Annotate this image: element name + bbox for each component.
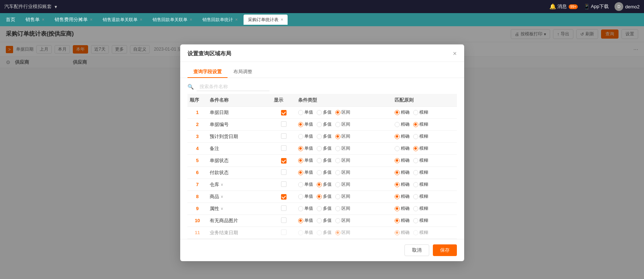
radio-exact[interactable]: 精确 (395, 205, 410, 212)
display-checkbox[interactable] (281, 217, 287, 223)
modal-close-button[interactable]: × (453, 50, 457, 57)
radio-fuzzy[interactable]: 模糊 (413, 169, 428, 176)
radio-fuzzy[interactable]: 模糊 (413, 157, 428, 164)
radio-range[interactable]: 区间 (335, 169, 350, 176)
radio-fuzzy[interactable]: 模糊 (413, 145, 428, 152)
display-checkbox[interactable] (281, 121, 287, 127)
dropdown-arrow-icon[interactable]: ∨ (221, 207, 223, 211)
radio-single[interactable]: 单值 (298, 169, 313, 176)
radio-range[interactable]: 区间 (335, 133, 350, 140)
radio-exact[interactable]: 精确 (395, 157, 410, 164)
app-title-dropdown-icon[interactable]: ▾ (55, 4, 57, 9)
radio-exact[interactable]: 精确 (395, 121, 410, 127)
display-checkbox[interactable] (281, 169, 287, 175)
tab-sales-expense-close[interactable]: × (90, 17, 92, 22)
cell-display[interactable] (272, 215, 296, 227)
dropdown-arrow-icon[interactable]: ∨ (221, 194, 223, 199)
radio-multi[interactable]: 多值 (317, 121, 332, 127)
cell-display[interactable] (272, 227, 296, 239)
radio-fuzzy[interactable]: 模糊 (413, 181, 428, 188)
dropdown-arrow-icon[interactable]: ∨ (221, 182, 223, 186)
radio-single[interactable]: 单值 (298, 217, 313, 224)
cell-display[interactable] (272, 166, 296, 178)
radio-multi[interactable]: 多值 (317, 193, 332, 200)
display-checkbox[interactable] (281, 205, 287, 211)
tab-sales-stat[interactable]: 销售回款单统计 × (198, 15, 242, 25)
cell-display[interactable] (272, 130, 296, 142)
tab-sales-receipt[interactable]: 销售回款单关联单 × (148, 15, 197, 25)
radio-fuzzy[interactable]: 模糊 (413, 109, 428, 115)
radio-multi[interactable]: 多值 (317, 109, 332, 115)
radio-single[interactable]: 单值 (298, 109, 313, 115)
display-checkbox[interactable] (281, 194, 287, 200)
cell-display[interactable] (272, 178, 296, 190)
radio-exact[interactable]: 精确 (395, 217, 410, 224)
radio-range[interactable]: 区间 (335, 217, 350, 224)
radio-multi[interactable]: 多值 (317, 217, 332, 224)
radio-range[interactable]: 区间 (335, 229, 350, 236)
radio-fuzzy[interactable]: 模糊 (413, 217, 428, 224)
radio-fuzzy[interactable]: 模糊 (413, 121, 428, 127)
tab-purchase-stat[interactable]: 采购订单统计表 × (244, 15, 288, 25)
radio-fuzzy[interactable]: 模糊 (413, 193, 428, 200)
cell-display[interactable] (272, 118, 296, 130)
radio-range[interactable]: 区间 (335, 193, 350, 200)
tab-query-fields[interactable]: 查询字段设置 (187, 66, 228, 78)
radio-exact[interactable]: 精确 (395, 133, 410, 140)
radio-single[interactable]: 单值 (298, 229, 313, 236)
radio-single[interactable]: 单值 (298, 193, 313, 200)
radio-exact[interactable]: 精确 (395, 229, 410, 236)
radio-multi[interactable]: 多值 (317, 145, 332, 152)
tab-sales-stat-close[interactable]: × (235, 17, 238, 22)
display-checkbox[interactable] (281, 181, 287, 187)
display-checkbox[interactable] (281, 133, 287, 139)
radio-exact[interactable]: 精确 (395, 181, 410, 188)
radio-range[interactable]: 区间 (335, 109, 350, 115)
user-avatar[interactable]: D demo2 (615, 2, 640, 11)
radio-multi[interactable]: 多值 (317, 229, 332, 236)
radio-fuzzy[interactable]: 模糊 (413, 205, 428, 212)
radio-exact[interactable]: 精确 (395, 145, 410, 152)
tab-sales-expense[interactable]: 销售费用分摊单 × (50, 15, 97, 25)
display-checkbox[interactable] (281, 145, 287, 151)
tab-sales-order[interactable]: 销售单 × (21, 15, 49, 25)
radio-range[interactable]: 区间 (335, 145, 350, 152)
tab-purchase-stat-close[interactable]: × (281, 17, 283, 22)
radio-fuzzy[interactable]: 模糊 (413, 229, 428, 236)
message-icon[interactable]: 🔔 消息 99+ (549, 3, 578, 10)
radio-single[interactable]: 单值 (298, 133, 313, 140)
radio-multi[interactable]: 多值 (317, 157, 332, 164)
radio-single[interactable]: 单值 (298, 181, 313, 188)
radio-range[interactable]: 区间 (335, 205, 350, 212)
radio-multi[interactable]: 多值 (317, 169, 332, 176)
cell-display[interactable] (272, 142, 296, 154)
display-checkbox[interactable] (281, 158, 287, 164)
cell-display[interactable] (272, 203, 296, 215)
display-checkbox[interactable] (281, 110, 287, 115)
radio-range[interactable]: 区间 (335, 121, 350, 127)
radio-single[interactable]: 单值 (298, 205, 313, 212)
radio-exact[interactable]: 精确 (395, 109, 410, 115)
cell-display[interactable] (272, 154, 296, 166)
download-link[interactable]: 📱 App下载 (584, 3, 609, 10)
radio-exact[interactable]: 精确 (395, 193, 410, 200)
radio-single[interactable]: 单值 (298, 157, 313, 164)
tab-sales-order-close[interactable]: × (42, 17, 44, 22)
cell-display[interactable] (272, 106, 296, 118)
search-condition-input[interactable] (197, 82, 269, 91)
tab-home[interactable]: 首页 (1, 15, 20, 25)
tab-sales-refund[interactable]: 销售退款单关联单 × (98, 15, 147, 25)
cancel-button[interactable]: 取消 (404, 244, 429, 256)
tab-sales-receipt-close[interactable]: × (190, 17, 192, 22)
radio-single[interactable]: 单值 (298, 145, 313, 152)
radio-multi[interactable]: 多值 (317, 181, 332, 188)
radio-exact[interactable]: 精确 (395, 169, 410, 176)
radio-multi[interactable]: 多值 (317, 133, 332, 140)
radio-single[interactable]: 单值 (298, 121, 313, 127)
tab-sales-refund-close[interactable]: × (140, 17, 142, 22)
display-checkbox[interactable] (281, 229, 287, 235)
save-button[interactable]: 保存 (433, 244, 457, 256)
cell-display[interactable] (272, 190, 296, 203)
radio-range[interactable]: 区间 (335, 181, 350, 188)
radio-range[interactable]: 区间 (335, 157, 350, 164)
